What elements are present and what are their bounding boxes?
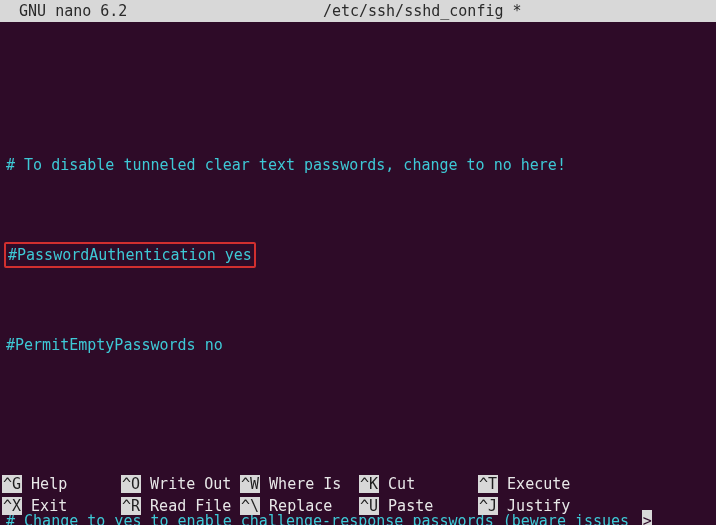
help-item[interactable]: ^O Write Out [121, 473, 238, 495]
keycap: ^G [2, 475, 22, 493]
config-line-highlighted: #PasswordAuthentication yes [6, 242, 710, 268]
keycap: ^U [359, 497, 379, 515]
titlebar: GNU nano 6.2 /etc/ssh/sshd_config * [0, 0, 716, 22]
help-label: Where Is [269, 475, 341, 493]
help-item[interactable]: ^X Exit [2, 495, 119, 517]
config-line: #PermitEmptyPasswords no [6, 334, 710, 356]
help-item[interactable]: ^U Paste [359, 495, 476, 517]
keycap: ^\ [240, 497, 260, 515]
help-row-1: ^G Help ^O Write Out ^W Where Is ^K Cut … [2, 473, 714, 495]
keycap: ^W [240, 475, 260, 493]
keycap: ^K [359, 475, 379, 493]
help-label: Justify [507, 497, 570, 515]
help-item[interactable]: ^J Justify [478, 495, 595, 517]
help-label: Write Out [150, 475, 231, 493]
keycap: ^J [478, 497, 498, 515]
help-item[interactable]: ^K Cut [359, 473, 476, 495]
editor-viewport[interactable]: # To disable tunneled clear text passwor… [0, 22, 716, 525]
help-item [597, 495, 714, 517]
blank-line [6, 422, 710, 444]
help-label: Exit [31, 497, 67, 515]
help-label: Execute [507, 475, 570, 493]
titlebar-right [708, 0, 716, 22]
help-item[interactable]: ^T Execute [478, 473, 595, 495]
keycap: ^X [2, 497, 22, 515]
help-item [597, 473, 714, 495]
help-item[interactable]: ^R Read File [121, 495, 238, 517]
help-row-2: ^X Exit ^R Read File ^\ Replace ^U Paste… [2, 495, 714, 517]
keycap: ^O [121, 475, 141, 493]
help-label: Help [31, 475, 67, 493]
help-item[interactable]: ^\ Replace [240, 495, 357, 517]
highlight-box: #PasswordAuthentication yes [4, 242, 256, 268]
help-label: Paste [388, 497, 433, 515]
help-label: Replace [269, 497, 332, 515]
app-name: GNU nano 6.2 [0, 0, 136, 22]
keycap: ^T [478, 475, 498, 493]
config-line: # To disable tunneled clear text passwor… [6, 154, 710, 176]
help-bar: ^G Help ^O Write Out ^W Where Is ^K Cut … [2, 473, 714, 517]
file-path: /etc/ssh/sshd_config * [136, 0, 708, 22]
blank-line [6, 66, 710, 88]
help-label: Cut [388, 475, 415, 493]
keycap: ^R [121, 497, 141, 515]
help-item[interactable]: ^G Help [2, 473, 119, 495]
help-label: Read File [150, 497, 231, 515]
help-item[interactable]: ^W Where Is [240, 473, 357, 495]
